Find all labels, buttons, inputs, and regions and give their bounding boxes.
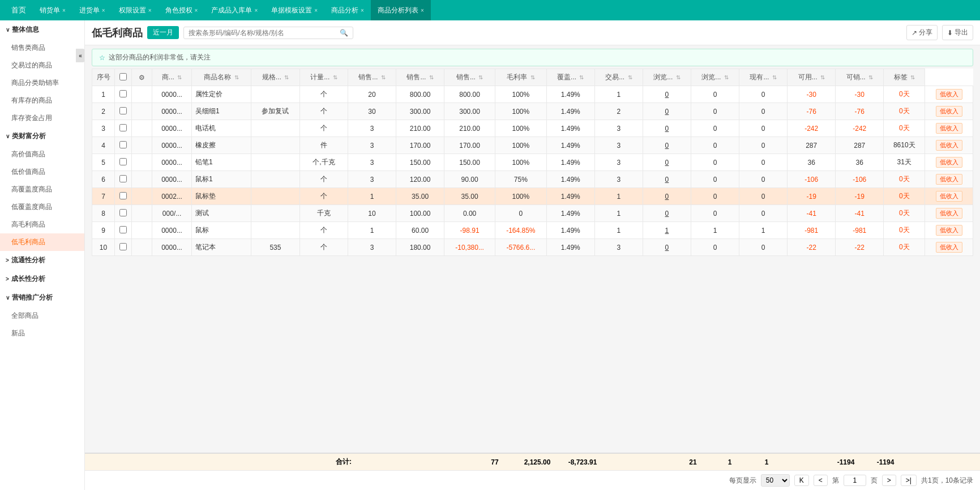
search-input[interactable] [189, 29, 340, 37]
sidebar-item-sales-products[interactable]: 销售类商品 [0, 39, 84, 57]
cell-trade[interactable]: 0 [643, 120, 691, 137]
nav-close-product-entry[interactable]: × [254, 7, 258, 14]
th-code[interactable]: 商... ⇅ [152, 69, 192, 86]
th-browse1[interactable]: 浏览... ⇅ [643, 69, 691, 86]
th-tag[interactable]: 标签 ⇅ [884, 69, 925, 86]
cell-trade[interactable]: 0 [643, 205, 691, 222]
select-all-checkbox[interactable] [119, 73, 127, 80]
th-avail[interactable]: 可用... ⇅ [788, 69, 836, 86]
cell-trade[interactable]: 0 [643, 188, 691, 205]
sidebar-item-all-products[interactable]: 全部商品 [0, 307, 84, 325]
row-checkbox[interactable] [119, 90, 127, 97]
cell-trade[interactable]: 0 [643, 239, 691, 256]
nav-item-analysis[interactable]: 商品分析 × [324, 0, 371, 20]
cell-checkbox[interactable] [115, 205, 132, 222]
sidebar-item-stock-capital[interactable]: 库存资金占用 [0, 109, 84, 127]
cell-checkbox[interactable] [115, 239, 132, 256]
sidebar-collapse-button[interactable]: « [76, 49, 85, 62]
sidebar-section-marketing[interactable]: ∨ 营销推广分析 [0, 288, 84, 307]
cell-trade[interactable]: 0 [643, 137, 691, 154]
cell-stock: -22 [788, 239, 836, 256]
cell-checkbox[interactable] [115, 154, 132, 171]
sidebar-section-liquidity[interactable]: > 流通性分析 [0, 251, 84, 270]
sidebar-section-growth[interactable]: > 成长性分析 [0, 270, 84, 288]
cell-trade[interactable]: 0 [643, 171, 691, 188]
nav-close-permissions[interactable]: × [148, 7, 152, 14]
row-checkbox[interactable] [119, 209, 127, 216]
cell-margin: 1.49% [546, 103, 594, 120]
th-coverage[interactable]: 覆盖... ⇅ [546, 69, 594, 86]
next-page-button[interactable]: > [882, 475, 896, 486]
sidebar-section-general[interactable]: ∨ 整体信息 [0, 20, 84, 39]
last-page-button[interactable]: >| [901, 475, 917, 486]
th-saleable[interactable]: 可销... ⇅ [836, 69, 884, 86]
cell-trade[interactable]: 1 [643, 222, 691, 239]
nav-item-home[interactable]: 首页 [5, 0, 33, 20]
date-filter-button[interactable]: 近一月 [147, 26, 179, 39]
page-size-label: 每页显示 [729, 476, 756, 485]
sidebar-item-low-coverage[interactable]: 低覆盖度商品 [0, 198, 84, 216]
nav-item-analysis-list[interactable]: 商品分析列表 × [371, 0, 431, 20]
cell-checkbox[interactable] [115, 120, 132, 137]
row-checkbox[interactable] [119, 107, 127, 114]
cell-checkbox[interactable] [115, 222, 132, 239]
cell-checkbox[interactable] [115, 86, 132, 103]
row-checkbox[interactable] [119, 226, 127, 233]
row-checkbox[interactable] [119, 124, 127, 131]
th-name[interactable]: 商品名称 ⇅ [192, 69, 251, 86]
sidebar-item-in-stock[interactable]: 有库存的商品 [0, 92, 84, 109]
prev-page-button[interactable]: < [814, 475, 828, 486]
th-sale-amt[interactable]: 销售... ⇅ [444, 69, 495, 86]
nav-item-template[interactable]: 单据模板设置 × [264, 0, 324, 20]
sidebar-item-low-value[interactable]: 低价值商品 [0, 163, 84, 181]
cell-trade[interactable]: 0 [643, 86, 691, 103]
nav-item-sales[interactable]: 销货单 × [33, 0, 72, 20]
th-spec[interactable]: 规格... ⇅ [251, 69, 299, 86]
nav-close-analysis[interactable]: × [361, 7, 364, 14]
page-size-select[interactable]: 50 100 200 [761, 474, 790, 487]
th-sale-price[interactable]: 销售... ⇅ [396, 69, 444, 86]
cell-checkbox[interactable] [115, 103, 132, 120]
th-stock[interactable]: 现有... ⇅ [739, 69, 788, 86]
cell-browse1: 0 [691, 137, 739, 154]
sidebar-item-high-coverage[interactable]: 高覆盖度商品 [0, 181, 84, 198]
sidebar-item-category-rate[interactable]: 商品分类助销率 [0, 74, 84, 92]
sidebar-item-high-value[interactable]: 高价值商品 [0, 146, 84, 163]
row-checkbox[interactable] [119, 192, 127, 199]
page-number-input[interactable] [844, 475, 866, 486]
cell-sale-qty: 3 [348, 120, 396, 137]
nav-item-permissions[interactable]: 权限设置 × [112, 0, 159, 20]
row-checkbox[interactable] [119, 243, 127, 250]
cell-checkbox[interactable] [115, 171, 132, 188]
cell-checkbox[interactable] [115, 188, 132, 205]
th-gross-rate[interactable]: 毛利率 ⇅ [495, 69, 546, 86]
nav-close-roles[interactable]: × [195, 7, 198, 14]
nav-close-sales[interactable]: × [62, 7, 66, 14]
row-checkbox[interactable] [119, 141, 127, 148]
nav-item-product-entry[interactable]: 产成品入库单 × [204, 0, 264, 20]
cell-checkbox[interactable] [115, 137, 132, 154]
nav-close-purchase[interactable]: × [102, 7, 105, 14]
sidebar-item-low-margin[interactable]: 低毛利商品 [0, 233, 84, 251]
nav-close-template[interactable]: × [314, 7, 318, 14]
th-unit[interactable]: 计量... ⇅ [299, 69, 348, 86]
first-page-button[interactable]: K [794, 475, 809, 486]
row-checkbox[interactable] [119, 175, 127, 182]
cell-trade[interactable]: 0 [643, 103, 691, 120]
sidebar-item-traded-products[interactable]: 交易过的商品 [0, 57, 84, 74]
nav-item-roles[interactable]: 角色授权 × [159, 0, 205, 20]
cell-trade[interactable]: 0 [643, 154, 691, 171]
nav-close-analysis-list[interactable]: × [421, 7, 424, 14]
search-icon[interactable]: 🔍 [340, 29, 348, 37]
export-button[interactable]: ⬇ 导出 [942, 25, 973, 40]
th-browse2[interactable]: 浏览... ⇅ [691, 69, 739, 86]
cell-margin: 1.49% [546, 120, 594, 137]
sidebar-item-high-margin[interactable]: 高毛利商品 [0, 216, 84, 233]
nav-item-purchase[interactable]: 进货单 × [72, 0, 112, 20]
th-trade[interactable]: 交易... ⇅ [594, 69, 643, 86]
sidebar-item-new-products[interactable]: 新品 [0, 325, 84, 342]
th-sale-qty[interactable]: 销售... ⇅ [348, 69, 396, 86]
share-button[interactable]: ↗ 分享 [906, 25, 938, 40]
row-checkbox[interactable] [119, 158, 127, 165]
sidebar-section-wealth[interactable]: ∨ 类财富分析 [0, 127, 84, 146]
